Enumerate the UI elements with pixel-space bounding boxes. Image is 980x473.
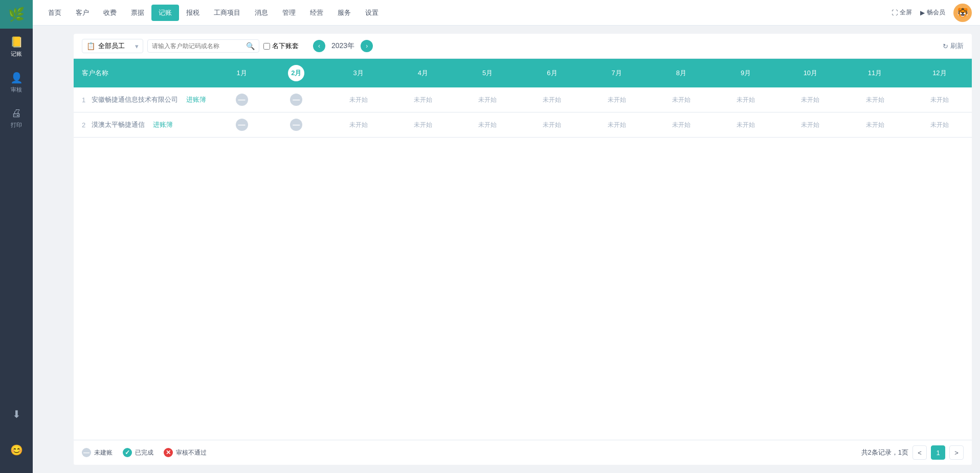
status-cell-month-1[interactable]: — xyxy=(217,87,266,112)
nav-message[interactable]: 消息 xyxy=(248,0,275,26)
enter-ledger-link[interactable]: 进账簿 xyxy=(153,120,173,129)
page-1-button[interactable]: 1 xyxy=(931,445,945,460)
legend-completed-label: 已完成 xyxy=(135,448,153,457)
table-wrap: 客户名称 1月 2月 3月 4月 5月 6月 7月 8月 9月 10月 11月 xyxy=(74,59,972,440)
row-number: 1 xyxy=(82,96,85,104)
nav-tax[interactable]: 报税 xyxy=(179,0,207,26)
status-cell-month-2[interactable]: — xyxy=(266,112,326,138)
table-header-row: 客户名称 1月 2月 3月 4月 5月 6月 7月 8月 9月 10月 11月 xyxy=(74,59,972,87)
legend-dot-completed: ✓ xyxy=(123,448,132,457)
nav-operation[interactable]: 经营 xyxy=(303,0,330,26)
nav-home[interactable]: 首页 xyxy=(41,0,69,26)
status-not-started-label: 未开始 xyxy=(349,121,368,128)
col-month-6[interactable]: 6月 xyxy=(520,59,584,87)
sidebar-item-support[interactable]: 😊 xyxy=(0,432,33,468)
member-icon: ▶ xyxy=(920,9,925,16)
toolbar: 📋 全部员工 ▾ 🔍 名下账套 ‹ 2023年 › xyxy=(74,34,972,59)
nav-bookkeeping[interactable]: 记账 xyxy=(151,5,179,21)
member-button[interactable]: ▶ 畅会员 xyxy=(920,8,945,17)
col-month-9[interactable]: 9月 xyxy=(714,59,778,87)
col-month-1[interactable]: 1月 xyxy=(217,59,266,87)
month-1-label: 1月 xyxy=(236,69,247,77)
col-month-2[interactable]: 2月 xyxy=(266,59,326,87)
main-table: 客户名称 1月 2月 3月 4月 5月 6月 7月 8月 9月 10月 11月 xyxy=(74,59,972,138)
status-cell-month-4[interactable]: 未开始 xyxy=(391,87,455,112)
legend-rejected-label: 审核不通过 xyxy=(176,448,207,457)
nav-industry[interactable]: 工商项目 xyxy=(207,0,248,26)
nav-customer[interactable]: 客户 xyxy=(69,0,96,26)
bookkeeping-icon: 📒 xyxy=(10,36,23,48)
status-cell-month-2[interactable]: — xyxy=(266,87,326,112)
status-not-started-label: 未开始 xyxy=(478,96,497,103)
prev-page-button[interactable]: < xyxy=(912,445,927,460)
col-month-11[interactable]: 11月 xyxy=(842,59,907,87)
legend-completed: ✓ 已完成 xyxy=(123,448,153,457)
status-cell-month-12[interactable]: 未开始 xyxy=(907,87,972,112)
nav-service[interactable]: 服务 xyxy=(330,0,358,26)
fullscreen-button[interactable]: ⛶ 全屏 xyxy=(892,8,912,17)
employee-select[interactable]: 📋 全部员工 ▾ xyxy=(82,39,143,53)
search-input[interactable] xyxy=(152,42,244,50)
status-cell-month-11[interactable]: 未开始 xyxy=(842,112,907,138)
status-cell-month-4[interactable]: 未开始 xyxy=(391,112,455,138)
support-icon: 😊 xyxy=(10,444,23,456)
checkbox-mine[interactable]: 名下账套 xyxy=(263,41,299,51)
status-not-started-label: 未开始 xyxy=(672,121,691,128)
sidebar-item-bookkeeping[interactable]: 📒 记账 xyxy=(0,29,33,64)
status-cell-month-5[interactable]: 未开始 xyxy=(455,87,520,112)
sidebar: 🌿 📒 记账 👤 审核 🖨 打印 ⬇ 😊 xyxy=(0,0,33,473)
sidebar-item-print[interactable]: 🖨 打印 xyxy=(0,100,33,136)
avatar[interactable]: 🐯 xyxy=(953,4,972,22)
month-9-label: 9月 xyxy=(741,69,751,77)
prev-year-button[interactable]: ‹ xyxy=(313,40,325,52)
status-cell-month-10[interactable]: 未开始 xyxy=(778,112,842,138)
nav-management[interactable]: 管理 xyxy=(275,0,303,26)
status-cell-month-10[interactable]: 未开始 xyxy=(778,87,842,112)
status-cell-month-6[interactable]: 未开始 xyxy=(520,87,584,112)
status-cell-month-12[interactable]: 未开始 xyxy=(907,112,972,138)
col-month-7[interactable]: 7月 xyxy=(585,59,649,87)
next-year-button[interactable]: › xyxy=(361,40,373,52)
status-not-started-label: 未开始 xyxy=(737,121,755,128)
next-page-button[interactable]: > xyxy=(949,445,964,460)
sidebar-item-audit[interactable]: 👤 审核 xyxy=(0,64,33,100)
col-month-8[interactable]: 8月 xyxy=(649,59,714,87)
sidebar-item-download[interactable]: ⬇ xyxy=(0,396,33,432)
status-cell-month-7[interactable]: 未开始 xyxy=(585,112,649,138)
mine-checkbox[interactable] xyxy=(263,43,270,50)
col-month-4[interactable]: 4月 xyxy=(391,59,455,87)
status-cell-month-9[interactable]: 未开始 xyxy=(714,112,778,138)
status-cell-month-11[interactable]: 未开始 xyxy=(842,87,907,112)
chevron-down-icon: ▾ xyxy=(135,42,139,50)
status-dash-icon: — xyxy=(236,94,248,106)
status-cell-month-3[interactable]: 未开始 xyxy=(326,87,391,112)
refresh-button[interactable]: ↻ 刷新 xyxy=(943,41,964,51)
status-cell-month-7[interactable]: 未开始 xyxy=(585,87,649,112)
content-area: 📋 全部员工 ▾ 🔍 名下账套 ‹ 2023年 › xyxy=(65,26,980,473)
status-cell-month-1[interactable]: — xyxy=(217,112,266,138)
nav-settings[interactable]: 设置 xyxy=(358,0,386,26)
month-5-label: 5月 xyxy=(482,69,493,77)
enter-ledger-link[interactable]: 进账簿 xyxy=(186,95,206,104)
nav-billing[interactable]: 收费 xyxy=(96,0,124,26)
sidebar-item-audit-label: 审核 xyxy=(11,86,22,94)
footer: — 未建账 ✓ 已完成 ✕ 审核不通过 共2条记录，1页 < 1 > xyxy=(74,440,972,465)
col-month-10[interactable]: 10月 xyxy=(778,59,842,87)
status-cell-month-5[interactable]: 未开始 xyxy=(455,112,520,138)
download-icon: ⬇ xyxy=(12,408,21,420)
status-cell-month-8[interactable]: 未开始 xyxy=(649,87,714,112)
col-month-3[interactable]: 3月 xyxy=(326,59,391,87)
status-cell-month-6[interactable]: 未开始 xyxy=(520,112,584,138)
status-cell-month-3[interactable]: 未开始 xyxy=(326,112,391,138)
status-not-started-label: 未开始 xyxy=(737,96,755,103)
checkbox-label: 名下账套 xyxy=(272,41,299,51)
col-month-12[interactable]: 12月 xyxy=(907,59,972,87)
legend-rejected: ✕ 审核不通过 xyxy=(164,448,207,457)
employee-select-label: 全部员工 xyxy=(98,41,125,51)
nav-invoice[interactable]: 票据 xyxy=(124,0,151,26)
member-label: 畅会员 xyxy=(927,8,945,17)
col-month-5[interactable]: 5月 xyxy=(455,59,520,87)
status-cell-month-8[interactable]: 未开始 xyxy=(649,112,714,138)
search-button[interactable]: 🔍 xyxy=(246,42,255,50)
status-cell-month-9[interactable]: 未开始 xyxy=(714,87,778,112)
